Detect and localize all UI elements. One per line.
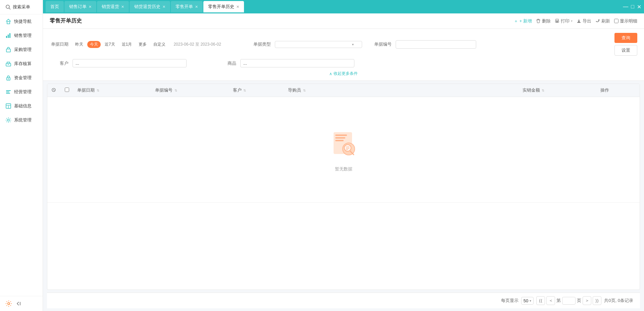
bar-icon — [5, 89, 11, 95]
collapse-sidebar-icon[interactable] — [15, 300, 21, 307]
empty-text: 暂无数据 — [335, 166, 352, 172]
tab-sales-return[interactable]: 销货退货 ✕ — [97, 1, 129, 12]
sidebar-item-label: 基础信息 — [14, 103, 32, 109]
date-btn-more[interactable]: 更多 — [136, 41, 149, 48]
display-detail-checkbox[interactable] — [614, 19, 618, 23]
th-action: 操作 — [596, 84, 640, 97]
print-arrow-icon: ▾ — [571, 19, 573, 23]
add-button[interactable]: ＋ + 新增 — [514, 18, 532, 24]
tab-sales-return-history-close[interactable]: ✕ — [162, 5, 165, 9]
next-page-btn[interactable]: ＞ — [583, 296, 591, 305]
sidebar-item-label: 快捷导航 — [14, 18, 32, 24]
empty-state-cell: 暂无数据 — [47, 97, 640, 203]
th-checkbox[interactable] — [61, 84, 73, 97]
sidebar-item-inventory[interactable]: 库存核算 — [0, 57, 43, 71]
tab-retail-open-close[interactable]: ✕ — [195, 5, 198, 9]
sort-icon-2: ⇅ — [175, 89, 177, 92]
th-doc-number[interactable]: 单据编号 ⇅ — [151, 84, 229, 97]
sidebar-item-sales-mgmt[interactable]: 销售管理 — [0, 29, 43, 43]
svg-rect-7 — [6, 63, 11, 66]
customer-select[interactable]: ... — [72, 59, 187, 67]
table-icon — [5, 103, 11, 109]
query-button[interactable]: 查询 — [614, 33, 637, 43]
collapse-btn[interactable]: ∧ 收起更多条件 — [50, 71, 637, 76]
date-btn-yesterday[interactable]: 昨天 — [72, 41, 86, 48]
sidebar-item-operations[interactable]: 经营管理 — [0, 85, 43, 99]
page-number-input[interactable]: 1 — [562, 297, 576, 305]
delete-label: 删除 — [542, 18, 551, 24]
refresh-icon — [595, 19, 600, 23]
tab-sales-order-label: 销售订单 — [69, 4, 87, 10]
close-btn-window[interactable]: ✕ — [637, 4, 641, 10]
window-controls: — □ ✕ — [623, 4, 641, 10]
select-all-checkbox[interactable] — [65, 88, 69, 92]
settings-button[interactable]: 设置 — [614, 45, 637, 56]
sidebar: 搜索采单 快捷导航 销售管理 采购管理 库存核算 — [0, 0, 43, 311]
tab-sales-return-history[interactable]: 销货退货历史 ✕ — [130, 1, 170, 12]
collapse-label: 收起更多条件 — [334, 71, 358, 76]
gear-icon — [5, 117, 11, 123]
export-icon — [577, 19, 581, 23]
export-button[interactable]: 导出 — [577, 18, 591, 24]
date-btn-7days[interactable]: 近7天 — [102, 41, 118, 48]
sidebar-item-label: 库存核算 — [14, 61, 32, 67]
th-spacer — [351, 84, 518, 97]
column-settings-icon[interactable] — [51, 88, 56, 92]
settings-bottom-icon[interactable] — [5, 300, 12, 307]
tab-sales-order[interactable]: 销售订单 ✕ — [64, 1, 96, 12]
customer-label: 客户 — [50, 60, 68, 66]
page-size-select[interactable]: 50 ▾ — [521, 297, 534, 305]
print-button[interactable]: 打印 ▾ — [555, 18, 573, 24]
minimize-btn[interactable]: — — [623, 4, 628, 10]
date-btn-today[interactable]: 今天 — [87, 41, 101, 48]
sidebar-item-label: 系统管理 — [14, 117, 32, 123]
refresh-label: 刷新 — [601, 18, 610, 24]
svg-rect-30 — [335, 140, 344, 141]
th-amount[interactable]: 实销金额 ⇅ — [518, 84, 596, 97]
sidebar-item-purchase-mgmt[interactable]: 采购管理 — [0, 43, 43, 57]
tab-sales-return-history-label: 销货退货历史 — [134, 4, 160, 10]
svg-rect-5 — [9, 33, 10, 38]
refresh-button[interactable]: 刷新 — [595, 18, 610, 24]
search-label: 搜索采单 — [13, 4, 30, 10]
tab-sales-return-close[interactable]: ✕ — [121, 5, 124, 9]
pagination-bar: 每页显示 50 ▾ ⟨⟨ ＜ 第 1 页 ＞ ⟩⟩ 共0页, 0条记录 — [47, 293, 640, 308]
tab-retail-open[interactable]: 零售开单 ✕ — [171, 1, 203, 12]
table-body: 暂无数据 — [47, 97, 640, 203]
doc-number-input[interactable] — [396, 40, 476, 49]
th-customer[interactable]: 客户 ⇅ — [229, 84, 284, 97]
first-page-btn[interactable]: ⟨⟨ — [536, 296, 545, 305]
th-guide[interactable]: 导购员 ⇅ — [284, 84, 350, 97]
sidebar-item-label: 采购管理 — [14, 47, 32, 53]
display-detail-checkbox-label[interactable]: 显示明细 — [614, 18, 637, 24]
tab-home[interactable]: 首页 — [46, 1, 64, 12]
last-page-btn[interactable]: ⟩⟩ — [593, 296, 601, 305]
tab-sales-return-label: 销货退货 — [102, 4, 119, 10]
sidebar-item-quick-nav[interactable]: 快捷导航 — [0, 14, 43, 29]
maximize-btn[interactable]: □ — [631, 4, 634, 10]
sidebar-item-finance[interactable]: 资金管理 — [0, 71, 43, 85]
sidebar-item-label: 销售管理 — [14, 33, 32, 39]
tab-sales-order-close[interactable]: ✕ — [89, 5, 92, 9]
box-icon — [5, 61, 11, 67]
page-label: 页 — [577, 298, 581, 304]
goods-select[interactable]: ... — [240, 59, 354, 67]
search-icon — [5, 4, 11, 10]
sidebar-item-sys-mgmt[interactable]: 系统管理 — [0, 113, 43, 127]
svg-rect-29 — [335, 137, 345, 139]
th-doc-date[interactable]: 单据日期 ⇅ — [73, 84, 151, 97]
tab-retail-history-close[interactable]: ✕ — [236, 5, 239, 9]
tab-retail-history[interactable]: 零售开单历史 ✕ — [203, 1, 244, 12]
doc-type-select[interactable]: ▾ — [275, 41, 362, 48]
total-info: 共0页, 0条记录 — [604, 298, 633, 304]
svg-rect-28 — [335, 135, 347, 136]
th-settings[interactable] — [47, 84, 61, 97]
trash-icon — [536, 19, 541, 23]
delete-button[interactable]: 删除 — [536, 18, 551, 24]
prev-page-btn[interactable]: ＜ — [546, 296, 555, 305]
svg-rect-24 — [556, 21, 558, 22]
date-btn-1month[interactable]: 近1月 — [119, 41, 135, 48]
sidebar-search[interactable]: 搜索采单 — [0, 0, 43, 14]
date-btn-custom[interactable]: 自定义 — [151, 41, 168, 48]
sidebar-item-basic-info[interactable]: 基础信息 — [0, 99, 43, 113]
